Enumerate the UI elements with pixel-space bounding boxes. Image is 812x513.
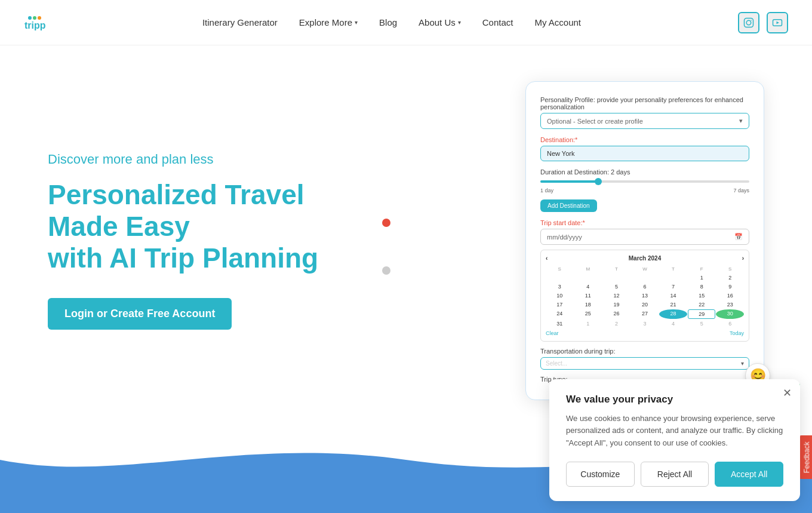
hero-tagline: Discover more and plan less — [48, 152, 358, 167]
logo[interactable]: tripper — [24, 12, 45, 33]
instagram-button[interactable] — [738, 12, 759, 33]
youtube-icon — [772, 17, 783, 28]
cal-day[interactable]: 8 — [688, 282, 716, 291]
transport-chevron: ▾ — [741, 360, 744, 367]
cal-day[interactable]: 2 — [602, 320, 630, 328]
cal-day-selected[interactable]: 28 — [659, 309, 687, 319]
prev-month-btn[interactable]: ‹ — [546, 255, 548, 262]
cal-day[interactable]: 15 — [688, 291, 716, 300]
hero-screenshot: Personality Profile: provide your person… — [525, 81, 764, 400]
cal-day[interactable]: 31 — [546, 320, 574, 328]
cookie-title: We value your privacy — [566, 394, 783, 406]
cal-day[interactable]: 12 — [602, 291, 630, 300]
nav-itinerary-generator[interactable]: Itinerary Generator — [202, 17, 278, 27]
cal-day[interactable]: 4 — [574, 282, 602, 291]
cal-day[interactable]: 22 — [688, 300, 716, 309]
explore-more-chevron: ▾ — [355, 19, 358, 26]
nav-about-us[interactable]: About Us ▾ — [419, 17, 461, 27]
cal-day[interactable]: 19 — [602, 300, 630, 309]
personality-chevron: ▾ — [739, 117, 743, 125]
cookie-close-button[interactable]: ✕ — [783, 386, 792, 400]
cal-today-btn[interactable]: Today — [730, 330, 744, 336]
personality-select[interactable]: Optional - Select or create profile ▾ — [540, 113, 749, 129]
cal-day[interactable]: 26 — [602, 309, 630, 319]
accept-all-button[interactable]: Accept All — [715, 462, 783, 487]
calendar-footer: Clear Today — [546, 330, 744, 336]
cal-day[interactable]: 7 — [659, 282, 687, 291]
cal-day-today[interactable]: 29 — [688, 309, 716, 319]
cal-day[interactable]: 11 — [574, 291, 602, 300]
duration-slider[interactable] — [540, 180, 749, 183]
svg-marker-8 — [776, 21, 779, 24]
nav-contact[interactable]: Contact — [482, 17, 513, 27]
nav-explore-more[interactable]: Explore More ▾ — [299, 17, 358, 27]
svg-point-1 — [33, 16, 36, 20]
transport-label: Transportation during trip: — [540, 348, 749, 355]
cal-day[interactable] — [631, 274, 659, 282]
cookie-buttons: Customize Reject All Accept All — [566, 462, 783, 487]
svg-point-6 — [751, 20, 752, 21]
cal-day[interactable]: 25 — [574, 309, 602, 319]
destination-input[interactable]: New York — [540, 146, 749, 161]
cal-day[interactable]: 1 — [574, 320, 602, 328]
cal-day[interactable]: 1 — [688, 274, 716, 282]
calendar-widget[interactable]: ‹ March 2024 › S M T W T F S — [540, 250, 749, 342]
reject-all-button[interactable]: Reject All — [641, 462, 709, 487]
cal-day[interactable]: 6 — [716, 320, 744, 328]
cal-clear-btn[interactable]: Clear — [546, 330, 559, 336]
cal-day[interactable] — [602, 274, 630, 282]
cal-day[interactable]: 5 — [602, 282, 630, 291]
nav-my-account[interactable]: My Account — [534, 17, 581, 27]
cal-day[interactable]: 2 — [716, 274, 744, 282]
cal-day[interactable]: 24 — [546, 309, 574, 319]
feedback-tab[interactable]: Feedback — [799, 436, 812, 480]
cal-day[interactable]: 5 — [688, 320, 716, 328]
cal-day[interactable]: 20 — [631, 300, 659, 309]
next-month-btn[interactable]: › — [742, 255, 744, 262]
cta-button[interactable]: Login or Create Free Account — [48, 298, 232, 330]
date-input[interactable]: mm/dd/yyyy 📅 — [540, 229, 749, 245]
cal-day[interactable]: 4 — [659, 320, 687, 328]
logo-icon: tripper — [24, 12, 45, 33]
add-destination-btn[interactable]: Add Destination — [540, 199, 597, 212]
cal-day[interactable]: 14 — [659, 291, 687, 300]
cal-day[interactable]: 18 — [574, 300, 602, 309]
circle-gray — [382, 266, 390, 275]
circle-red — [382, 219, 390, 227]
svg-point-5 — [746, 20, 751, 25]
svg-text:tripper: tripper — [24, 20, 45, 30]
trip-start-label: Trip start date:* — [540, 219, 749, 226]
cal-day[interactable]: 13 — [631, 291, 659, 300]
svg-point-2 — [38, 16, 41, 20]
youtube-button[interactable] — [767, 12, 788, 33]
cal-day[interactable]: 27 — [631, 309, 659, 319]
svg-rect-4 — [744, 18, 753, 27]
cal-day[interactable] — [574, 274, 602, 282]
instagram-icon — [743, 17, 754, 28]
calendar-icon: 📅 — [734, 233, 743, 241]
destination-label: Destination:* — [540, 136, 749, 143]
cal-day[interactable]: 17 — [546, 300, 574, 309]
cal-day[interactable]: 30 — [716, 309, 744, 319]
cookie-body: We use cookies to enhance your browsing … — [566, 413, 783, 450]
cookie-banner: ✕ We value your privacy We use cookies t… — [549, 379, 800, 501]
cal-day[interactable]: 21 — [659, 300, 687, 309]
nav-blog[interactable]: Blog — [379, 17, 397, 27]
svg-point-0 — [28, 16, 32, 20]
cal-day[interactable]: 3 — [631, 320, 659, 328]
cal-day[interactable]: 16 — [716, 291, 744, 300]
cal-day[interactable]: 3 — [546, 282, 574, 291]
cal-day[interactable] — [546, 274, 574, 282]
nav-social-icons — [738, 12, 788, 33]
cal-day[interactable]: 9 — [716, 282, 744, 291]
transport-select[interactable]: Select... ▾ — [540, 357, 749, 370]
cal-day[interactable]: 23 — [716, 300, 744, 309]
cal-day[interactable] — [659, 274, 687, 282]
slider-thumb — [595, 178, 602, 185]
customize-button[interactable]: Customize — [566, 462, 635, 487]
slider-fill — [540, 180, 599, 183]
cal-day[interactable]: 10 — [546, 291, 574, 300]
hero-screenshot-wrapper: Personality Profile: provide your person… — [525, 81, 764, 400]
calendar-grid: S M T W T F S 1 2 3 4 — [546, 265, 744, 328]
cal-day[interactable]: 6 — [631, 282, 659, 291]
